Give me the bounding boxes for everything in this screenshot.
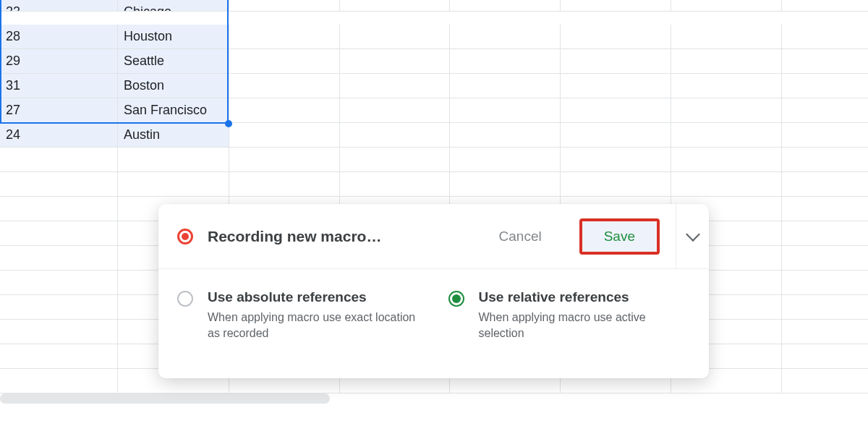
empty-cell[interactable] xyxy=(0,148,118,172)
empty-cell[interactable] xyxy=(671,123,782,148)
empty-cell[interactable] xyxy=(782,271,868,295)
empty-cell[interactable] xyxy=(0,369,118,393)
empty-cell[interactable] xyxy=(671,49,782,74)
empty-cell[interactable] xyxy=(561,25,671,49)
empty-cell[interactable] xyxy=(229,74,340,98)
empty-cell[interactable] xyxy=(782,197,868,221)
cell-b[interactable]: Houston xyxy=(118,25,229,49)
empty-cell[interactable] xyxy=(340,49,450,74)
cell-a[interactable]: 27 xyxy=(0,98,118,123)
expand-toggle[interactable] xyxy=(676,204,709,269)
empty-cell[interactable] xyxy=(118,172,229,197)
save-button[interactable]: Save xyxy=(582,221,657,252)
empty-cell[interactable] xyxy=(450,49,561,74)
empty-cell[interactable] xyxy=(561,148,671,172)
cell-b[interactable]: San Francisco xyxy=(118,98,229,123)
option-relative-references[interactable]: Use relative references When applying ma… xyxy=(448,289,691,341)
empty-cell[interactable] xyxy=(782,295,868,320)
cell-b[interactable]: Boston xyxy=(118,74,229,98)
empty-cell[interactable] xyxy=(782,148,868,172)
cell-a[interactable]: 24 xyxy=(0,123,118,148)
empty-cell[interactable] xyxy=(671,25,782,49)
cell-a[interactable]: 31 xyxy=(0,74,118,98)
cell-b[interactable]: Austin xyxy=(118,123,229,148)
empty-cell[interactable] xyxy=(450,98,561,123)
empty-cell[interactable] xyxy=(561,172,671,197)
empty-cell[interactable] xyxy=(229,98,340,123)
empty-cell[interactable] xyxy=(340,148,450,172)
empty-cell[interactable] xyxy=(0,320,118,344)
empty-cell[interactable] xyxy=(450,0,561,12)
empty-cell[interactable] xyxy=(782,25,868,49)
empty-cell[interactable] xyxy=(450,172,561,197)
empty-cell[interactable] xyxy=(561,0,671,12)
empty-cell[interactable] xyxy=(671,0,782,12)
chevron-down-icon xyxy=(686,227,700,242)
empty-cell[interactable] xyxy=(340,25,450,49)
option-absolute-references[interactable]: Use absolute references When applying ma… xyxy=(177,289,420,341)
radio-checked-icon[interactable] xyxy=(448,291,464,307)
empty-cell[interactable] xyxy=(671,148,782,172)
empty-cell[interactable] xyxy=(782,172,868,197)
empty-cell[interactable] xyxy=(782,123,868,148)
empty-cell[interactable] xyxy=(0,271,118,295)
empty-cell[interactable] xyxy=(0,197,118,221)
bottom-bar xyxy=(0,404,868,434)
horizontal-scrollbar[interactable] xyxy=(0,393,868,404)
radio-unchecked-icon[interactable] xyxy=(177,291,193,307)
empty-cell[interactable] xyxy=(561,123,671,148)
empty-cell[interactable] xyxy=(0,295,118,320)
option-description: When applying macro use active selection xyxy=(479,310,691,341)
empty-cell[interactable] xyxy=(782,74,868,98)
empty-cell[interactable] xyxy=(340,172,450,197)
cell-a[interactable]: 28 xyxy=(0,25,118,49)
empty-cell[interactable] xyxy=(229,123,340,148)
empty-cell[interactable] xyxy=(450,123,561,148)
empty-cell[interactable] xyxy=(782,221,868,246)
empty-cell[interactable] xyxy=(450,74,561,98)
empty-cell[interactable] xyxy=(561,98,671,123)
empty-cell[interactable] xyxy=(229,49,340,74)
empty-cell[interactable] xyxy=(340,98,450,123)
empty-cell[interactable] xyxy=(782,320,868,344)
empty-cell[interactable] xyxy=(671,172,782,197)
empty-cell[interactable] xyxy=(0,246,118,271)
panel-body: Use absolute references When applying ma… xyxy=(158,269,709,341)
empty-cell[interactable] xyxy=(229,148,340,172)
macro-recording-panel: Recording new macro… Cancel Save Use abs… xyxy=(158,204,709,378)
empty-cell[interactable] xyxy=(782,344,868,369)
empty-cell[interactable] xyxy=(561,49,671,74)
empty-cell[interactable] xyxy=(229,25,340,49)
empty-cell[interactable] xyxy=(782,98,868,123)
empty-cell[interactable] xyxy=(340,0,450,12)
horizontal-scrollbar-thumb[interactable] xyxy=(0,393,330,404)
empty-cell[interactable] xyxy=(450,148,561,172)
cancel-button[interactable]: Cancel xyxy=(483,221,558,252)
cell-b-partial[interactable]: Chicago xyxy=(118,0,229,12)
panel-title: Recording new macro… xyxy=(208,228,483,245)
empty-cell[interactable] xyxy=(229,0,340,12)
empty-cell[interactable] xyxy=(782,369,868,393)
empty-cell[interactable] xyxy=(782,49,868,74)
empty-cell[interactable] xyxy=(0,344,118,369)
panel-header: Recording new macro… Cancel Save xyxy=(158,204,709,269)
empty-cell[interactable] xyxy=(671,98,782,123)
empty-cell[interactable] xyxy=(782,246,868,271)
empty-cell[interactable] xyxy=(229,172,340,197)
option-label: Use absolute references xyxy=(208,289,420,305)
empty-cell[interactable] xyxy=(340,74,450,98)
empty-cell[interactable] xyxy=(0,221,118,246)
empty-cell[interactable] xyxy=(450,25,561,49)
option-label: Use relative references xyxy=(479,289,691,305)
cell-a-partial[interactable]: 22 xyxy=(0,0,118,12)
cell-b[interactable]: Seattle xyxy=(118,49,229,74)
empty-cell[interactable] xyxy=(671,74,782,98)
empty-cell[interactable] xyxy=(0,172,118,197)
cell-a[interactable]: 29 xyxy=(0,49,118,74)
option-description: When applying macro use exact location a… xyxy=(208,310,420,341)
empty-cell[interactable] xyxy=(782,0,868,12)
empty-cell[interactable] xyxy=(340,123,450,148)
empty-cell[interactable] xyxy=(118,148,229,172)
record-icon xyxy=(177,229,193,244)
empty-cell[interactable] xyxy=(561,74,671,98)
